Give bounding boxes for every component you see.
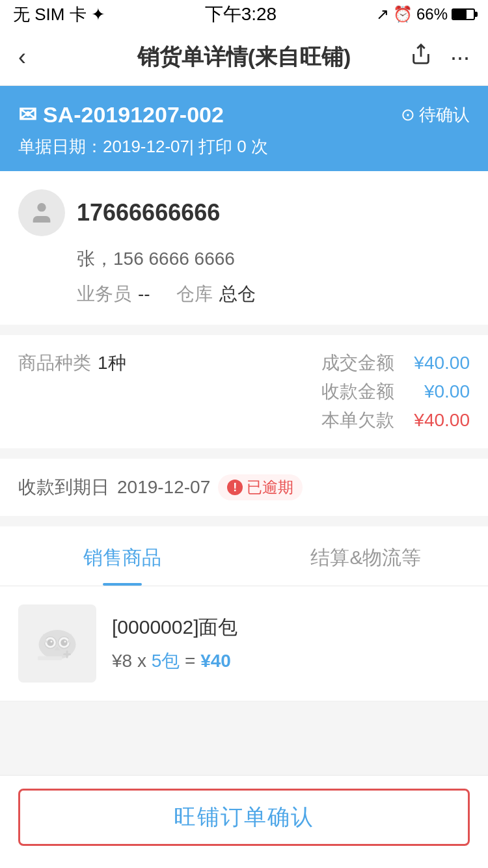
battery-text: 66% — [416, 5, 448, 23]
nav-right-actions: ··· — [410, 43, 470, 71]
customer-section: 17666666666 张，156 6666 6666 业务员 -- 仓库 总仓 — [0, 171, 488, 325]
overdue-badge: ! 已逾期 — [218, 474, 303, 500]
order-id-icon: ✉ — [18, 102, 36, 128]
warehouse-value: 总仓 — [219, 282, 256, 306]
product-kinds-value: 1种 — [98, 351, 126, 375]
tabs-section: 销售商品 结算&物流等 — [0, 526, 488, 586]
overdue-warning-icon: ! — [227, 480, 243, 495]
deal-amount-value: ¥40.00 — [405, 353, 470, 373]
bottom-bar: 旺铺订单确认 — [0, 775, 488, 868]
alarm-icon: ⏰ — [393, 5, 413, 23]
svg-point-1 — [37, 203, 46, 211]
product-total: ¥40 — [200, 651, 231, 671]
share-icon[interactable] — [410, 43, 432, 71]
status-clock-icon: ⊙ — [401, 105, 415, 125]
salesperson-label: 业务员 — [77, 282, 131, 306]
svg-rect-14 — [38, 657, 62, 660]
received-label: 收款金额 — [321, 379, 394, 404]
product-item: [0000002]面包 ¥8 x 5包 = ¥40 — [0, 586, 488, 701]
svg-point-6 — [61, 639, 68, 646]
confirm-order-button[interactable]: 旺铺订单确认 — [18, 789, 470, 846]
carrier-text: 无 SIM 卡 ✦ — [13, 3, 105, 26]
product-info: [0000002]面包 ¥8 x 5包 = ¥40 — [112, 614, 470, 673]
status-right: ↗ ⏰ 66% — [376, 5, 475, 23]
location-icon: ↗ — [376, 5, 389, 23]
warehouse-label: 仓库 — [176, 282, 213, 306]
svg-point-8 — [64, 641, 66, 643]
status-bar: 无 SIM 卡 ✦ 下午3:28 ↗ ⏰ 66% — [0, 0, 488, 29]
nav-bar: ‹ 销货单详情(来自旺铺) ··· — [0, 29, 488, 86]
avatar — [18, 189, 65, 236]
order-header-card: ✉ SA-20191207-002 ⊙ 待确认 单据日期：2019-12-07|… — [0, 86, 488, 171]
battery-icon — [452, 8, 475, 20]
svg-rect-13 — [66, 651, 68, 658]
product-equals: = — [180, 651, 200, 671]
product-kinds: 商品种类 1种 — [18, 351, 321, 375]
due-date-value: 2019-12-07 — [117, 477, 210, 498]
customer-details: 业务员 -- 仓库 总仓 — [18, 282, 470, 306]
product-image — [18, 604, 96, 683]
customer-name: 张，156 6666 6666 — [18, 247, 470, 271]
product-list: [0000002]面包 ¥8 x 5包 = ¥40 — [0, 586, 488, 701]
back-button[interactable]: ‹ — [18, 46, 26, 69]
order-status-badge: ⊙ 待确认 — [401, 103, 470, 126]
svg-point-5 — [47, 639, 54, 646]
balance-value: ¥40.00 — [405, 410, 470, 431]
svg-point-7 — [51, 641, 53, 643]
product-name: [0000002]面包 — [112, 614, 470, 641]
amounts-section: 商品种类 1种 成交金额 ¥40.00 收款金额 ¥0.00 本单欠款 ¥40.… — [0, 335, 488, 448]
balance-label: 本单欠款 — [321, 408, 394, 433]
product-kinds-label: 商品种类 — [18, 351, 91, 375]
salesperson-value: -- — [138, 284, 150, 305]
due-date-section: 收款到期日 2019-12-07 ! 已逾期 — [0, 459, 488, 516]
time-text: 下午3:28 — [205, 2, 277, 27]
received-value: ¥0.00 — [405, 381, 470, 402]
page-title: 销货单详情(来自旺铺) — [137, 42, 351, 72]
order-meta: 单据日期：2019-12-07| 打印 0 次 — [18, 135, 470, 158]
tab-sales-products[interactable]: 销售商品 — [0, 526, 244, 586]
amounts-right: 成交金额 ¥40.00 收款金额 ¥0.00 本单欠款 ¥40.00 — [321, 351, 470, 433]
overdue-text: 已逾期 — [247, 477, 293, 498]
order-id: ✉ SA-20191207-002 — [18, 102, 224, 128]
due-date-label: 收款到期日 — [18, 475, 109, 500]
deal-amount-label: 成交金额 — [321, 351, 394, 375]
product-qty: 5包 — [152, 651, 180, 671]
product-price-row: ¥8 x 5包 = ¥40 — [112, 649, 470, 673]
tab-settlement-logistics[interactable]: 结算&物流等 — [244, 526, 488, 586]
more-icon[interactable]: ··· — [450, 44, 470, 71]
product-price: ¥8 x — [112, 651, 152, 671]
customer-phone: 17666666666 — [77, 199, 220, 226]
